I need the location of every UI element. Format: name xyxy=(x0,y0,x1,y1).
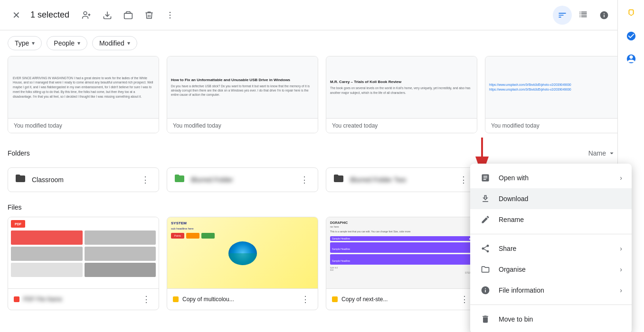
file-pdf-preview: PDF xyxy=(8,217,159,288)
folders-section-header: Folders Name + xyxy=(8,145,636,162)
file-slides-2-preview: DGRAPHIC ne here This is a sample text t… xyxy=(326,217,477,288)
tasks-icon[interactable] xyxy=(622,27,641,46)
menu-file-information-label: File information xyxy=(499,286,612,294)
file-slides-1-footer: Copy of multicolou... ⋮ xyxy=(167,288,318,310)
recent-file-1-modified: You modified today xyxy=(14,122,62,129)
recent-file-2-preview: How to Fix an Unformattable and Unusable… xyxy=(167,56,318,118)
modified-filter-label: Modified xyxy=(99,39,124,47)
more-actions-button[interactable] xyxy=(161,6,180,25)
delete-button[interactable] xyxy=(140,6,159,25)
menu-organise[interactable]: Organise › xyxy=(470,259,632,280)
menu-rename-label: Rename xyxy=(499,216,622,223)
rename-icon xyxy=(480,214,491,225)
recent-file-3[interactable]: M.R. Carey – Trials of Koli Book Review … xyxy=(326,56,477,133)
menu-share-arrow: › xyxy=(620,245,622,252)
toolbar-icons xyxy=(77,6,180,25)
svg-point-6 xyxy=(170,14,171,16)
recent-file-1-footer: You modified today xyxy=(8,118,159,133)
folder-classroom[interactable]: Classroom ⋮ xyxy=(8,167,159,192)
recent-file-3-modified: You created today xyxy=(332,122,378,129)
file-slides-2-dot xyxy=(332,296,338,302)
open-icon xyxy=(480,172,491,184)
type-filter-arrow: ▾ xyxy=(32,40,35,46)
people-filter-label: People xyxy=(54,39,75,47)
folder-classroom-name: Classroom xyxy=(32,176,133,184)
download-button[interactable] xyxy=(98,6,117,25)
download-icon xyxy=(480,193,491,204)
menu-divider-2 xyxy=(470,304,632,305)
user-icon[interactable] xyxy=(622,49,641,68)
people-filter-chip[interactable]: People ▾ xyxy=(47,36,87,50)
info-button[interactable] xyxy=(595,6,614,25)
menu-file-information-arrow: › xyxy=(620,286,622,294)
svg-point-5 xyxy=(170,11,171,13)
sort-button[interactable] xyxy=(553,6,572,25)
menu-file-information[interactable]: File information › xyxy=(470,280,632,301)
menu-organise-arrow: › xyxy=(620,266,622,273)
menu-share[interactable]: Share › xyxy=(470,238,632,259)
menu-open-with-arrow: › xyxy=(620,174,622,182)
recent-file-4[interactable]: https://www.unsplash.com/3r5bvb3d5/photo… xyxy=(485,56,636,133)
file-slides-1-preview: SYSTEM sub headline here Points xyxy=(167,217,318,288)
folder-blurred-2-icon xyxy=(333,173,344,187)
top-bar: ✕ 1 selected xyxy=(0,0,644,30)
type-filter-chip[interactable]: Type ▾ xyxy=(8,36,42,50)
menu-divider-1 xyxy=(470,234,632,234)
file-slides-2[interactable]: DGRAPHIC ne here This is a sample text t… xyxy=(326,217,477,310)
menu-move-to-bin-label: Move to bin xyxy=(499,315,622,323)
file-slides-2-footer: Copy of next-ste... ⋮ xyxy=(326,288,477,310)
menu-move-to-bin[interactable]: Move to bin xyxy=(470,309,632,330)
recent-file-2-modified: You modified today xyxy=(173,122,221,129)
file-slides-1[interactable]: SYSTEM sub headline here Points xyxy=(167,217,318,310)
modified-filter-chip[interactable]: Modified ▾ xyxy=(92,36,137,50)
recent-file-4-text: https://www.unsplash.com/3r5bvb3d5/photo… xyxy=(489,83,571,92)
menu-organise-label: Organise xyxy=(499,266,612,273)
menu-rename[interactable]: Rename xyxy=(470,209,632,230)
recent-file-3-preview: M.R. Carey – Trials of Koli Book Review … xyxy=(326,56,477,118)
sort-control[interactable]: Name xyxy=(588,149,616,157)
file-slides-1-more[interactable]: ⋮ xyxy=(299,293,312,306)
folder-classroom-more[interactable]: ⋮ xyxy=(139,173,152,186)
file-slides-1-dot xyxy=(173,296,179,302)
menu-open-with-label: Open with xyxy=(499,174,612,182)
close-button[interactable]: ✕ xyxy=(8,7,25,24)
folder-blurred-2[interactable]: Blurred Folder Two ⋮ xyxy=(326,167,477,192)
folder-blurred-1-more[interactable]: ⋮ xyxy=(298,173,311,186)
folders-title: Folders xyxy=(8,149,30,157)
file-slides-1-name: Copy of multicolou... xyxy=(182,296,295,303)
organise-icon xyxy=(480,264,491,275)
keep-icon[interactable] xyxy=(622,4,641,23)
recent-file-1-text: EVER SINCE ARRIVING IN WASHINGTON I had … xyxy=(8,71,159,104)
recent-file-2-text: Do you have a defective USB stick? Do yo… xyxy=(171,84,314,97)
recent-file-1[interactable]: EVER SINCE ARRIVING IN WASHINGTON I had … xyxy=(8,56,159,133)
recent-file-4-modified: You modified today xyxy=(491,122,540,129)
file-pdf-dot xyxy=(14,296,19,302)
file-pdf-name: PDF File Name xyxy=(23,296,136,303)
menu-download-label: Download xyxy=(499,195,622,203)
folder-blurred-2-more[interactable]: ⋮ xyxy=(457,173,470,186)
file-slides-2-more[interactable]: ⋮ xyxy=(458,293,471,306)
recent-file-4-footer: You modified today xyxy=(485,118,636,133)
files-title: Files xyxy=(8,203,22,211)
recent-file-3-title: M.R. Carey – Trials of Koli Book Review xyxy=(330,80,401,84)
file-pdf-more[interactable]: ⋮ xyxy=(140,293,153,306)
selected-count: 1 selected xyxy=(30,10,69,20)
modified-filter-arrow: ▾ xyxy=(127,40,130,46)
file-pdf-footer: PDF File Name ⋮ xyxy=(8,288,159,310)
svg-point-7 xyxy=(170,17,171,18)
type-filter-label: Type xyxy=(15,39,29,47)
folder-blurred-2-name: Blurred Folder Two xyxy=(350,176,451,184)
recent-file-4-preview: https://www.unsplash.com/3r5bvb3d5/photo… xyxy=(485,56,636,118)
folder-blurred-1[interactable]: Blurred Folder ⋮ xyxy=(167,167,318,192)
svg-rect-4 xyxy=(124,13,133,18)
move-button[interactable] xyxy=(119,6,138,25)
file-pdf[interactable]: PDF PDF File Name ⋮ xyxy=(8,217,159,310)
context-menu: Open with › Download Rename Share › Orga… xyxy=(470,164,632,332)
add-person-button[interactable] xyxy=(77,6,96,25)
layout-button[interactable] xyxy=(574,6,593,25)
filter-bar: Type ▾ People ▾ Modified ▾ xyxy=(0,30,644,56)
menu-open-with[interactable]: Open with › xyxy=(470,167,632,188)
menu-download[interactable]: Download xyxy=(470,188,632,209)
svg-point-0 xyxy=(84,11,87,15)
recent-file-2[interactable]: How to Fix an Unformattable and Unusable… xyxy=(167,56,318,133)
